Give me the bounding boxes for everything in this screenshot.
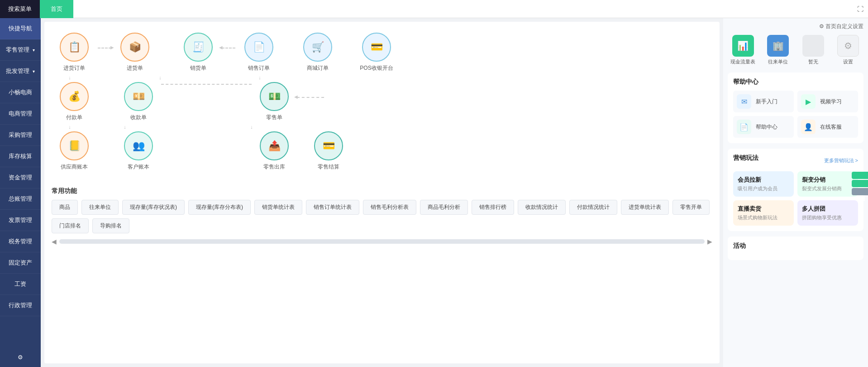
flow-label: 零售结算 <box>318 163 339 171</box>
main-layout: 快捷导航零售管理 ▾批发管理 ▾小畅电商电商管理采购管理库存核算资金管理总账管理… <box>0 18 868 367</box>
flow-label: 进货单 <box>127 64 143 72</box>
help-grid: ✉新手入门▶视频学习📄帮助中心👤在线客服 <box>733 91 858 138</box>
quick-nav-label: 现金流量表 <box>730 58 755 65</box>
func-btn-9[interactable]: 收款情况统计 <box>518 200 566 215</box>
flow-node-pos[interactable]: 💳 POS收银开台 <box>358 33 395 72</box>
func-btn-7[interactable]: 商品毛利分析 <box>420 200 468 215</box>
marketing-more-link[interactable]: 更多营销玩法 > <box>824 157 858 164</box>
marketing-title: 营销玩法 <box>733 154 758 162</box>
marketing-card-sub: 裂变式发展分销商 <box>802 185 854 192</box>
common-func-title: 常用功能 <box>52 187 712 195</box>
quick-nav-item-0[interactable]: 📊现金流量表 <box>728 35 758 65</box>
sidebar-item-11[interactable]: 固定资产 <box>0 252 41 274</box>
func-btn-11[interactable]: 进货单统计表 <box>621 200 669 215</box>
func-btn-6[interactable]: 销售毛利分析表 <box>363 200 416 215</box>
scroll-right-btn[interactable]: ▶ <box>707 238 712 245</box>
flow-node-jinhuo[interactable]: 📦 进货单 <box>117 33 153 72</box>
home-tab[interactable]: 首页 <box>40 0 73 18</box>
marketing-grid: 会员拉新吸引用户成为会员裂变分销裂变式发展分销商直播卖货场景式购物新玩法多人拼团… <box>733 171 858 226</box>
func-btn-4[interactable]: 销货单统计表 <box>254 200 302 215</box>
sidebar-gear[interactable]: ⚙ <box>0 348 41 367</box>
sidebar-item-10[interactable]: 税务管理 <box>0 231 41 252</box>
help-label: 帮助中心 <box>756 123 777 131</box>
flow-label: 商城订单 <box>307 64 329 72</box>
chevron-down-icon: ▾ <box>31 69 35 74</box>
sidebar-item-12[interactable]: 工资 <box>0 274 41 295</box>
flow-circle: 📒 <box>60 131 89 160</box>
help-center-section: 帮助中心 ✉新手入门▶视频学习📄帮助中心👤在线客服 <box>728 72 863 143</box>
flow-node-customer-book[interactable]: 👥 客户账本 <box>120 131 157 171</box>
sidebar-item-7[interactable]: 资金管理 <box>0 167 41 188</box>
sidebar-item-13[interactable]: 行政管理 <box>0 295 41 316</box>
float-btn-1[interactable]: 服务社区 <box>852 180 868 187</box>
quick-nav-icon: 🏢 <box>767 35 789 57</box>
func-btn-2[interactable]: 现存量(库存状况表) <box>122 200 185 215</box>
func-btn-13[interactable]: 门店排名 <box>52 218 89 233</box>
func-btn-14[interactable]: 导购排名 <box>92 218 129 233</box>
help-icon: ✉ <box>737 94 751 109</box>
flow-node-supplier-book[interactable]: 📒 供应商账本 <box>56 131 92 171</box>
flow-node-fukuan[interactable]: 💰 付款单 <box>56 82 92 121</box>
help-icon: 👤 <box>801 120 816 134</box>
help-item-1[interactable]: ▶视频学习 <box>797 91 858 112</box>
func-btn-12[interactable]: 零售开单 <box>672 200 710 215</box>
float-btn-2[interactable]: 桌面快捷 <box>852 188 868 195</box>
quick-nav-item-1[interactable]: 🏢往来单位 <box>763 35 794 65</box>
scroll-left-btn[interactable]: ◀ <box>52 238 57 245</box>
float-btn-0[interactable]: 客服热线 <box>852 172 868 179</box>
quick-nav-label: 往来单位 <box>768 58 788 65</box>
flow-node-lingshou-out[interactable]: 📤 零售出库 <box>256 131 292 171</box>
flow-circle: 📄 <box>244 33 273 62</box>
sidebar-item-2[interactable]: 批发管理 ▾ <box>0 61 41 82</box>
sidebar-item-8[interactable]: 总账管理 <box>0 188 41 210</box>
help-item-0[interactable]: ✉新手入门 <box>733 91 794 112</box>
marketing-card-title: 会员拉新 <box>738 176 789 184</box>
sidebar-item-1[interactable]: 零售管理 ▾ <box>0 39 41 61</box>
flow-node-xiaohuo[interactable]: 🧾 销货单 <box>180 33 216 72</box>
marketing-card-1[interactable]: 裂变分销裂变式发展分销商 <box>797 171 858 197</box>
flow-circle: 💰 <box>60 82 89 111</box>
help-item-3[interactable]: 👤在线客服 <box>797 116 858 138</box>
quick-nav-item-2[interactable]: 暂无 <box>798 35 829 65</box>
func-btn-3[interactable]: 现存量(库存分布表) <box>188 200 251 215</box>
flow-node-mall-order[interactable]: 🛒 商城订单 <box>300 33 336 72</box>
help-label: 新手入门 <box>756 98 777 106</box>
flow-circle: 👥 <box>124 131 153 160</box>
help-icon: 📄 <box>737 120 751 134</box>
func-btn-0[interactable]: 商品 <box>52 200 78 215</box>
quick-nav-icon: ⚙ <box>837 35 859 57</box>
flow-circle: 📦 <box>120 33 149 62</box>
top-right-actions: ⛶ <box>857 5 868 13</box>
sidebar-item-9[interactable]: 发票管理 <box>0 210 41 231</box>
sidebar-item-3[interactable]: 小畅电商 <box>0 82 41 103</box>
flow-node-shoukuan[interactable]: 💴 收款单 <box>120 82 157 121</box>
quick-nav-item-3[interactable]: ⚙设置 <box>833 35 864 65</box>
search-menu-button[interactable]: 搜索菜单 <box>0 0 40 18</box>
scroll-row: ◀ ▶ <box>52 238 712 245</box>
marketing-card-2[interactable]: 直播卖货场景式购物新玩法 <box>733 200 794 226</box>
scroll-bar-track[interactable] <box>59 239 705 244</box>
sidebar-item-6[interactable]: 库存核算 <box>0 146 41 167</box>
func-btn-8[interactable]: 销售排行榜 <box>472 200 514 215</box>
flow-circle: 📤 <box>260 131 289 160</box>
help-item-2[interactable]: 📄帮助中心 <box>733 116 794 138</box>
help-icon: ▶ <box>801 94 816 109</box>
func-btn-5[interactable]: 销售订单统计表 <box>306 200 359 215</box>
flow-node-lingshou-settle[interactable]: 💳 零售结算 <box>310 131 347 171</box>
flow-node-lingshou[interactable]: 💵 零售单 <box>256 82 292 121</box>
quick-nav-settings-link[interactable]: ⚙ 首页自定义设置 <box>728 23 863 30</box>
func-btn-1[interactable]: 往来单位 <box>81 200 119 215</box>
marketing-card-title: 多人拼团 <box>802 205 854 213</box>
marketing-card-sub: 吸引用户成为会员 <box>738 185 789 192</box>
sidebar-item-0[interactable]: 快捷导航 <box>0 18 41 39</box>
flow-node-xiaoshou-order[interactable]: 📄 销售订单 <box>241 33 277 72</box>
sidebar-item-4[interactable]: 电商管理 <box>0 103 41 125</box>
flow-circle: 💴 <box>124 82 153 111</box>
marketing-card-3[interactable]: 多人拼团拼团购物享受优惠 <box>797 200 858 226</box>
flow-circle: 💳 <box>314 131 343 160</box>
sidebar-item-5[interactable]: 采购管理 <box>0 125 41 146</box>
flow-node-jinhuo-order[interactable]: 📋 进货订单 <box>56 33 92 72</box>
marketing-card-0[interactable]: 会员拉新吸引用户成为会员 <box>733 171 794 197</box>
fullscreen-button[interactable]: ⛶ <box>857 5 863 13</box>
func-btn-10[interactable]: 付款情况统计 <box>569 200 617 215</box>
